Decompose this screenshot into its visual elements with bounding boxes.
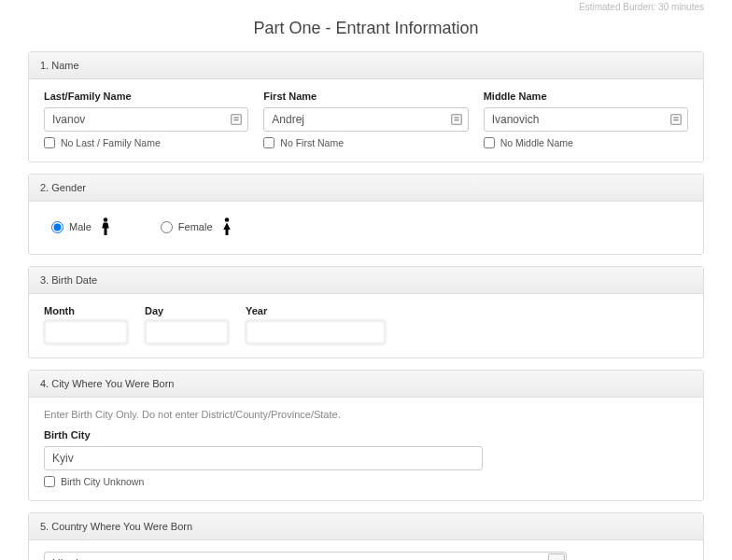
section-name-header: 1. Name [29, 52, 703, 79]
svg-rect-7 [673, 117, 678, 118]
birth-city-unknown-row[interactable]: Birth City Unknown [44, 476, 688, 487]
gender-female-radio[interactable] [161, 221, 173, 233]
birth-city-unknown-label: Birth City Unknown [61, 476, 144, 487]
svg-rect-2 [234, 119, 239, 120]
gender-female-option[interactable]: Female [161, 217, 235, 237]
month-label: Month [44, 305, 128, 316]
gender-male-radio[interactable] [51, 221, 63, 233]
section-birth-country-header: 5. Country Where You Were Born [29, 513, 703, 540]
day-label: Day [145, 305, 229, 316]
birth-city-label: Birth City [44, 429, 688, 441]
day-input[interactable] [145, 320, 229, 344]
no-middle-name-row[interactable]: No Middle Name [484, 137, 688, 148]
section-birth-city: 4. City Where You Were Born Enter Birth … [28, 370, 704, 501]
section-gender: 2. Gender Male Female [28, 174, 704, 255]
month-input[interactable] [44, 320, 128, 344]
autofill-icon [450, 113, 463, 126]
no-first-name-checkbox[interactable] [263, 137, 274, 148]
birth-city-input[interactable] [44, 446, 483, 470]
no-first-name-label: No First Name [280, 137, 344, 148]
no-last-name-checkbox[interactable] [44, 137, 55, 148]
section-name: 1. Name Last/Family Name No Last / Famil… [28, 51, 704, 162]
gender-female-label: Female [178, 221, 213, 232]
estimated-burden-text: Estimated Burden: 30 minutes [28, 0, 704, 13]
gender-male-label: Male [69, 221, 92, 232]
birth-city-unknown-checkbox[interactable] [44, 476, 55, 487]
autofill-icon [230, 113, 243, 126]
year-input[interactable] [246, 320, 386, 344]
section-birth-city-header: 4. City Where You Were Born [29, 371, 703, 398]
section-birth-date: 3. Birth Date Month Day Year [28, 266, 704, 358]
section-birth-country: 5. Country Where You Were Born Ukraine [28, 512, 704, 560]
svg-point-10 [224, 217, 229, 222]
gender-male-option[interactable]: Male [51, 217, 114, 237]
no-last-name-row[interactable]: No Last / Family Name [44, 137, 248, 148]
middle-name-input[interactable] [484, 107, 688, 132]
year-label: Year [246, 305, 386, 316]
autofill-icon [669, 113, 683, 126]
last-name-label: Last/Family Name [44, 91, 248, 102]
page-title: Part One - Entrant Information [28, 19, 704, 38]
svg-rect-5 [454, 119, 458, 120]
middle-name-label: Middle Name [484, 91, 688, 102]
first-name-input[interactable] [263, 107, 468, 132]
birth-country-select[interactable]: Ukraine [44, 552, 567, 560]
no-last-name-label: No Last / Family Name [61, 137, 161, 148]
birth-city-helper: Enter Birth City Only. Do not enter Dist… [44, 409, 688, 420]
svg-rect-1 [234, 117, 239, 118]
no-middle-name-label: No Middle Name [500, 137, 573, 148]
female-icon [218, 217, 235, 237]
last-name-input[interactable] [44, 107, 248, 132]
svg-point-9 [104, 217, 108, 222]
no-first-name-row[interactable]: No First Name [263, 137, 468, 148]
svg-rect-4 [454, 117, 458, 118]
no-middle-name-checkbox[interactable] [484, 137, 495, 148]
first-name-label: First Name [263, 91, 468, 102]
section-birth-date-header: 3. Birth Date [29, 267, 703, 294]
svg-rect-8 [673, 119, 678, 120]
section-gender-header: 2. Gender [29, 175, 703, 202]
male-icon [97, 217, 114, 237]
